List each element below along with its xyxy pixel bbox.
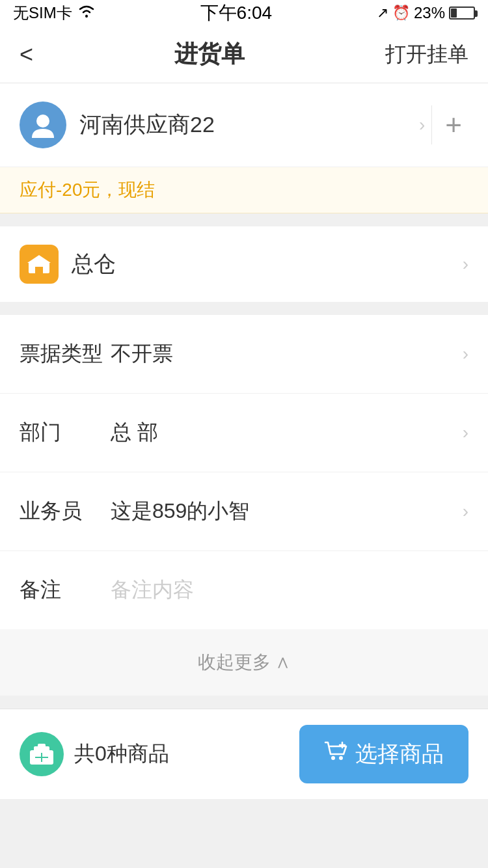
form-section: 票据类型 不开票 › 部门 总 部 › 业务员 这是859的小智 › 备注 备注… — [0, 315, 488, 629]
supplier-chevron-icon: › — [419, 115, 425, 135]
select-product-label: 选择商品 — [355, 739, 444, 769]
svg-rect-4 — [35, 267, 43, 273]
ticket-type-label: 票据类型 — [20, 340, 111, 368]
remark-row[interactable]: 备注 备注内容 — [0, 551, 488, 629]
back-button[interactable]: < — [20, 41, 33, 68]
battery-icon — [449, 7, 475, 20]
status-bar: 无SIM卡 下午6:04 ↗ ⏰ 23% — [0, 0, 488, 26]
cart-icon — [324, 741, 347, 767]
collapse-button[interactable]: 收起更多 ∧ — [0, 629, 488, 696]
salesman-chevron-icon: › — [463, 501, 468, 522]
svg-rect-7 — [38, 744, 46, 748]
supplier-avatar — [20, 102, 66, 148]
department-value: 总 部 — [111, 418, 463, 447]
status-time: 下午6:04 — [200, 1, 273, 25]
supplier-row[interactable]: 河南供应商22 › + — [0, 83, 488, 167]
content-area: 河南供应商22 › + 应付-20元，现结 总仓 › 票据类型 不开票 › — [0, 83, 488, 799]
page-title: 进货单 — [174, 38, 245, 70]
supplier-name: 河南供应商22 — [79, 110, 419, 140]
wifi-icon — [77, 4, 96, 22]
divider — [431, 105, 432, 144]
department-row[interactable]: 部门 总 部 › — [0, 394, 488, 472]
warehouse-chevron-icon: › — [463, 254, 468, 275]
svg-point-0 — [85, 15, 88, 18]
warehouse-row[interactable]: 总仓 › — [0, 226, 488, 302]
remark-label: 备注 — [20, 576, 111, 604]
battery-text: 23% — [414, 4, 445, 22]
department-label: 部门 — [20, 418, 111, 447]
product-count-section: 共0种商品 — [20, 732, 169, 776]
location-icon: ↗ — [377, 5, 388, 21]
carrier-text: 无SIM卡 — [13, 3, 72, 23]
bottom-bar: 共0种商品 选择商品 — [0, 709, 488, 799]
svg-point-11 — [339, 756, 343, 760]
section-gap-1 — [0, 213, 488, 226]
svg-point-1 — [36, 115, 49, 128]
warehouse-icon — [20, 245, 59, 284]
salesman-label: 业务员 — [20, 497, 111, 526]
status-right: ↗ ⏰ 23% — [377, 4, 475, 22]
remark-input[interactable]: 备注内容 — [111, 576, 468, 604]
section-gap-2 — [0, 302, 488, 315]
add-supplier-button[interactable]: + — [439, 109, 468, 141]
salesman-value: 这是859的小智 — [111, 497, 463, 526]
ticket-type-chevron-icon: › — [463, 344, 468, 364]
product-count-text: 共0种商品 — [74, 740, 169, 768]
status-carrier: 无SIM卡 — [13, 3, 96, 23]
svg-point-10 — [331, 756, 335, 760]
section-gap-3 — [0, 696, 488, 709]
open-pending-button[interactable]: 打开挂单 — [385, 40, 468, 69]
department-chevron-icon: › — [463, 422, 468, 443]
nav-bar: < 进货单 打开挂单 — [0, 26, 488, 83]
supplier-notice: 应付-20元，现结 — [0, 167, 488, 213]
supplier-card: 河南供应商22 › + 应付-20元，现结 — [0, 83, 488, 213]
ticket-type-value: 不开票 — [111, 340, 463, 368]
product-icon — [20, 732, 64, 776]
ticket-type-row[interactable]: 票据类型 不开票 › — [0, 315, 488, 394]
warehouse-name: 总仓 — [72, 249, 463, 279]
svg-marker-3 — [27, 255, 51, 263]
collapse-label: 收起更多 ∧ — [198, 650, 291, 675]
select-product-button[interactable]: 选择商品 — [299, 725, 468, 783]
salesman-row[interactable]: 业务员 这是859的小智 › — [0, 472, 488, 551]
alarm-icon: ⏰ — [392, 5, 410, 21]
